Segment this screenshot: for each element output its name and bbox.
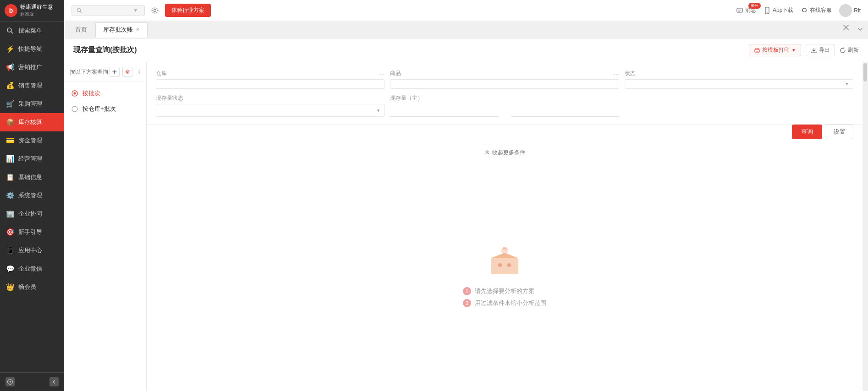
scheme-panel-collapse-btn[interactable]: 《 bbox=[135, 68, 141, 76]
tab-inventory-batch[interactable]: 库存批次账 ✕ bbox=[95, 22, 148, 38]
tab-inventory-batch-label: 库存批次账 bbox=[103, 26, 133, 34]
warehouse-label: 仓库 bbox=[156, 70, 167, 77]
svg-rect-7 bbox=[765, 7, 769, 14]
sidebar-footer bbox=[0, 372, 64, 391]
filter-product: 商品 ··· bbox=[390, 70, 619, 89]
sidebar-header: b 畅康通好生意 标准版 bbox=[0, 0, 64, 22]
product-input[interactable] bbox=[390, 79, 619, 89]
quick-nav-icon: ⚡ bbox=[5, 44, 15, 54]
topbar-right: 消息 99+ App下载 在线客服 Rit bbox=[736, 4, 861, 17]
user-avatar bbox=[839, 4, 852, 17]
search-menu-icon bbox=[5, 26, 15, 35]
sidebar-item-operations[interactable]: 📊 经营管理 bbox=[0, 150, 64, 168]
svg-point-8 bbox=[767, 12, 768, 13]
svg-point-24 bbox=[507, 263, 511, 267]
sidebar-item-label-finance: 资金管理 bbox=[18, 136, 42, 145]
export-btn-label: 导出 bbox=[819, 46, 830, 54]
refresh-button[interactable]: 刷新 bbox=[840, 46, 859, 54]
filter-settings-button[interactable]: 设置 bbox=[826, 125, 853, 139]
empty-illustration bbox=[486, 244, 523, 278]
sidebar-item-label-marketing: 营销推广 bbox=[18, 63, 42, 71]
sidebar-item-sales[interactable]: 💰 销售管理 bbox=[0, 76, 64, 95]
inventory-main-max[interactable] bbox=[511, 104, 619, 117]
messages-action[interactable]: 消息 99+ bbox=[736, 6, 756, 14]
sidebar-item-wechat[interactable]: 💬 企业微信 bbox=[0, 260, 64, 278]
settings-footer-btn[interactable] bbox=[5, 377, 15, 386]
scheme-panel-actions: 《 bbox=[110, 67, 141, 77]
sidebar-item-marketing[interactable]: 📢 营销推广 bbox=[0, 58, 64, 76]
sidebar-item-enterprise[interactable]: 🏢 企业协同 bbox=[0, 205, 64, 223]
page-actions: 按模板打印 ▼ 导出 刷新 bbox=[749, 44, 859, 56]
finance-icon: 💳 bbox=[5, 136, 15, 145]
sidebar-item-search-menu[interactable]: 搜索菜单 bbox=[0, 22, 64, 40]
topbar-gear-icon[interactable] bbox=[148, 4, 161, 17]
svg-rect-26 bbox=[503, 247, 506, 250]
status-dropdown[interactable]: ▼ bbox=[625, 79, 853, 89]
online-service-label: 在线客服 bbox=[810, 6, 832, 14]
tab-inventory-batch-close[interactable]: ✕ bbox=[136, 27, 140, 33]
sidebar-item-label-app-center: 应用中心 bbox=[18, 246, 42, 255]
basic-info-icon: 📋 bbox=[5, 173, 15, 182]
print-button[interactable]: 按模板打印 ▼ bbox=[749, 44, 801, 56]
topbar: ▼ 体验行业方案 消息 99+ App下载 bbox=[64, 0, 868, 21]
sidebar-item-new-guide[interactable]: 🎯 新手引导 bbox=[0, 223, 64, 241]
tabs-more-btn[interactable] bbox=[857, 26, 863, 33]
scheme-item-label-by-warehouse-batch: 按仓库+批次 bbox=[82, 105, 116, 113]
scheme-settings-btn[interactable] bbox=[122, 67, 132, 77]
topbar-search-input[interactable] bbox=[85, 7, 131, 14]
print-dropdown-arrow[interactable]: ▼ bbox=[791, 48, 796, 53]
export-button[interactable]: 导出 bbox=[806, 44, 835, 56]
tabs-close-all-btn[interactable] bbox=[842, 24, 850, 33]
side-scrollbar[interactable] bbox=[863, 62, 868, 391]
filter-actions-row: 查询 设置 bbox=[147, 125, 863, 145]
add-scheme-btn[interactable] bbox=[110, 67, 120, 77]
topbar-search-box[interactable]: ▼ bbox=[71, 5, 145, 16]
warehouse-input[interactable] bbox=[156, 79, 385, 89]
collapse-btn-label: 收起更多条件 bbox=[492, 149, 525, 157]
tab-home[interactable]: 首页 bbox=[68, 23, 94, 37]
collapse-conditions-row[interactable]: 收起更多条件 bbox=[147, 145, 863, 160]
headset-icon bbox=[801, 7, 808, 14]
app-download-action[interactable]: App下载 bbox=[764, 6, 793, 14]
scheme-item-by-batch[interactable]: 按批次 bbox=[64, 86, 146, 101]
print-btn-label: 按模板打印 bbox=[762, 46, 790, 54]
sidebar-item-vip[interactable]: 👑 畅会员 bbox=[0, 278, 64, 296]
scrollbar-thumb[interactable] bbox=[863, 63, 867, 81]
sidebar-item-inventory[interactable]: 📦 库存核算 bbox=[0, 113, 64, 131]
online-service-action[interactable]: 在线客服 bbox=[801, 6, 832, 14]
topbar-search-dropdown[interactable]: ▼ bbox=[133, 8, 138, 13]
sidebar-item-label-new-guide: 新手引导 bbox=[18, 228, 42, 236]
sidebar-item-label-search-menu: 搜索菜单 bbox=[18, 27, 42, 35]
system-icon: ⚙️ bbox=[5, 191, 15, 200]
scheme-item-label-by-batch: 按批次 bbox=[82, 89, 100, 98]
sidebar-item-purchase[interactable]: 🛒 采购管理 bbox=[0, 95, 64, 113]
product-more-icon[interactable]: ··· bbox=[614, 70, 619, 77]
inventory-status-dropdown[interactable]: ▼ bbox=[156, 104, 385, 117]
svg-rect-10 bbox=[802, 10, 803, 11]
sidebar-item-label-enterprise: 企业协同 bbox=[18, 210, 42, 218]
sidebar-item-system[interactable]: ⚙️ 系统管理 bbox=[0, 186, 64, 205]
query-button[interactable]: 查询 bbox=[792, 125, 822, 139]
sidebar-item-finance[interactable]: 💳 资金管理 bbox=[0, 131, 64, 150]
page-body: 按以下方案查询 《 bbox=[64, 62, 868, 391]
svg-line-1 bbox=[11, 31, 13, 33]
range-dash: — bbox=[502, 107, 508, 114]
sidebar-nav: 搜索菜单 ⚡ 快捷导航 📢 营销推广 💰 销售管理 🛒 采购管理 📦 库存核算 bbox=[0, 22, 64, 372]
sidebar-company-info: 畅康通好生意 标准版 bbox=[20, 4, 53, 17]
company-name: 畅康通好生意 bbox=[20, 4, 53, 11]
inventory-status-label: 现存量状态 bbox=[156, 94, 183, 102]
scheme-panel-title: 按以下方案查询 bbox=[70, 68, 108, 76]
filter-and-results: 仓库 ··· 商品 ··· bbox=[147, 62, 863, 391]
inventory-main-min[interactable] bbox=[390, 104, 498, 117]
sidebar-item-basic-info[interactable]: 📋 基础信息 bbox=[0, 168, 64, 186]
sidebar-item-quick-nav[interactable]: ⚡ 快捷导航 bbox=[0, 40, 64, 58]
sidebar-item-app-center[interactable]: 📱 应用中心 bbox=[0, 241, 64, 260]
phone-icon bbox=[764, 7, 771, 14]
user-profile-action[interactable]: Rit bbox=[839, 4, 861, 17]
marketing-icon: 📢 bbox=[5, 63, 15, 72]
vip-icon: 👑 bbox=[5, 282, 15, 292]
experience-industry-btn[interactable]: 体验行业方案 bbox=[165, 4, 211, 17]
collapse-sidebar-btn[interactable] bbox=[49, 377, 59, 386]
warehouse-more-icon[interactable]: ··· bbox=[379, 70, 385, 77]
scheme-item-by-warehouse-batch[interactable]: 按仓库+批次 bbox=[64, 101, 146, 117]
